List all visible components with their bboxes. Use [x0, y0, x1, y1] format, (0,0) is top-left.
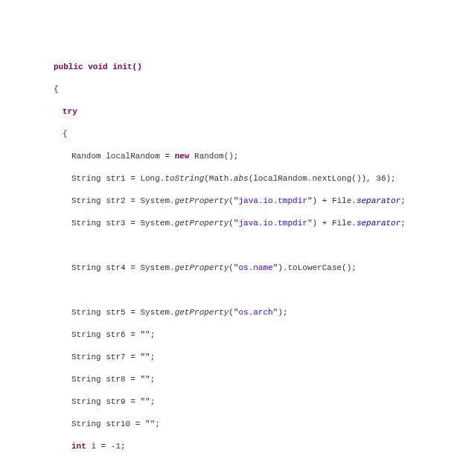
code-line: String str7 = ""; — [9, 352, 451, 363]
code-line: Random localRandom = new Random(); — [9, 151, 451, 162]
code-line — [9, 240, 451, 251]
code-line: int i = -1; — [9, 441, 451, 452]
code-line: { — [9, 84, 451, 95]
code-line: try — [9, 106, 451, 118]
code-line: String str3 = System.getProperty("java.i… — [9, 218, 451, 229]
code-line: String str4 = System.getProperty("os.nam… — [9, 263, 451, 274]
code-line: { — [9, 129, 451, 140]
code-line: public void init() — [9, 62, 451, 73]
code-line: String str10 = ""; — [9, 419, 451, 430]
code-line: String str2 = System.getProperty("java.i… — [9, 196, 451, 207]
code-line: String str9 = ""; — [9, 396, 451, 408]
code-line — [9, 285, 451, 296]
code-line: String str6 = ""; — [9, 329, 451, 341]
code-line: String str5 = System.getProperty("os.arc… — [9, 307, 451, 318]
code-block: public void init() { try { Random localR… — [9, 51, 451, 476]
code-line: String str8 = ""; — [9, 374, 451, 385]
code-line: String str1 = Long.toString(Math.abs(loc… — [9, 173, 451, 184]
code-line — [9, 463, 451, 475]
